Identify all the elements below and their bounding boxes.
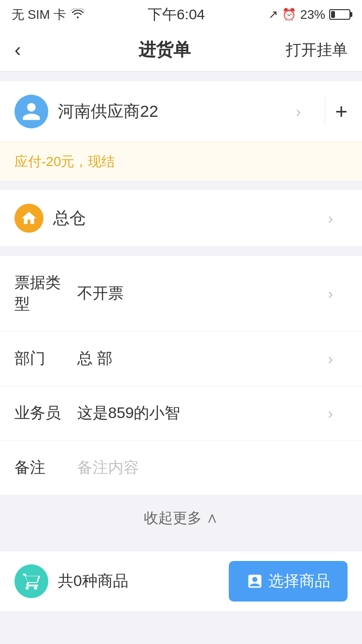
page-background	[0, 611, 362, 644]
separator-1	[0, 71, 362, 81]
remark-row[interactable]: 备注 备注内容	[0, 441, 362, 495]
notice-bar: 应付-20元，现结	[0, 142, 362, 181]
salesman-value: 这是859的小智	[72, 403, 328, 424]
carrier-text: 无 SIM 卡	[12, 6, 66, 23]
invoice-label: 票据类型	[14, 272, 72, 315]
warehouse-section: 总仓 ›	[0, 190, 362, 246]
supplier-name: 河南供应商22	[58, 100, 296, 123]
supplier-chevron-icon: ›	[296, 103, 301, 121]
battery-percent: 23%	[300, 7, 325, 22]
product-count-text: 共0种商品	[58, 571, 229, 592]
add-supplier-button[interactable]: +	[335, 99, 348, 124]
salesman-row[interactable]: 业务员 这是859的小智 ›	[0, 386, 362, 441]
alarm-icon: ⏰	[282, 8, 296, 21]
warehouse-row[interactable]: 总仓 ›	[0, 190, 362, 246]
user-icon	[21, 101, 42, 122]
remark-input[interactable]: 备注内容	[72, 457, 348, 478]
warehouse-name: 总仓	[53, 207, 328, 229]
page-title: 进货单	[139, 38, 191, 62]
department-value: 总 部	[72, 348, 328, 369]
salesman-chevron-icon: ›	[328, 405, 333, 422]
status-right: ↗ ⏰ 23%	[268, 7, 350, 22]
location-icon: ↗	[268, 8, 278, 21]
department-label: 部门	[14, 348, 72, 369]
vertical-divider	[325, 97, 325, 126]
select-product-button[interactable]: 选择商品	[229, 561, 348, 602]
wifi-icon	[71, 7, 84, 22]
select-product-icon	[246, 573, 264, 590]
warehouse-chevron-icon: ›	[328, 210, 333, 227]
select-product-label: 选择商品	[268, 571, 330, 592]
warehouse-icon-circle	[14, 204, 43, 233]
battery-icon	[329, 9, 350, 20]
supplier-section: 河南供应商22 › + 应付-20元，现结	[0, 81, 362, 181]
supplier-row[interactable]: 河南供应商22 › +	[0, 81, 362, 142]
remark-label: 备注	[14, 457, 72, 478]
salesman-label: 业务员	[14, 403, 72, 424]
invoice-row[interactable]: 票据类型 不开票 ›	[0, 256, 362, 332]
open-pending-button[interactable]: 打开挂单	[286, 40, 348, 61]
bottom-bar: 共0种商品 选择商品	[0, 551, 362, 611]
back-button[interactable]: ‹	[14, 39, 43, 61]
supplier-avatar	[14, 95, 48, 128]
department-chevron-icon: ›	[328, 350, 333, 368]
invoice-value: 不开票	[72, 283, 328, 304]
cart-icon	[21, 571, 42, 591]
product-icon-circle	[14, 564, 48, 598]
nav-bar: ‹ 进货单 打开挂单	[0, 29, 362, 71]
form-section: 票据类型 不开票 › 部门 总 部 › 业务员 这是859的小智 › 备注 备注…	[0, 256, 362, 495]
home-icon	[20, 210, 38, 227]
collapse-button[interactable]: 收起更多 ∧	[0, 495, 362, 542]
status-left: 无 SIM 卡	[12, 6, 84, 23]
invoice-chevron-icon: ›	[328, 285, 333, 303]
status-bar: 无 SIM 卡 下午6:04 ↗ ⏰ 23%	[0, 0, 362, 29]
notice-text: 应付-20元，现结	[14, 154, 115, 169]
status-time: 下午6:04	[148, 5, 205, 25]
department-row[interactable]: 部门 总 部 ›	[0, 332, 362, 386]
